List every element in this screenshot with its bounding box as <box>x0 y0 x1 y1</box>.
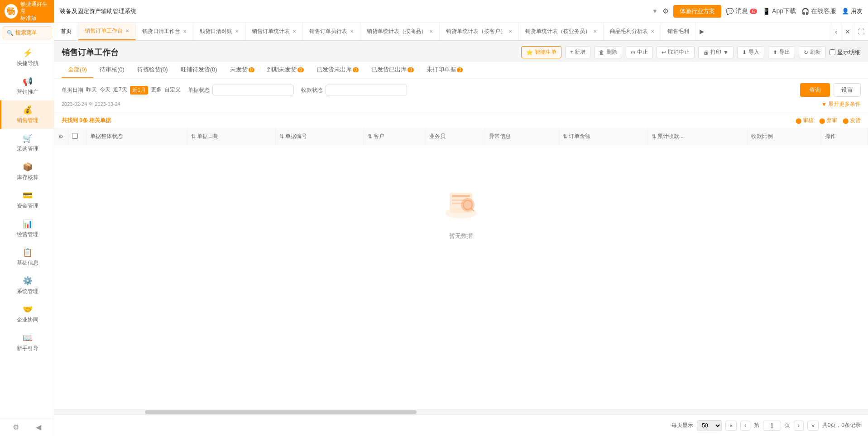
add-button[interactable]: + 新增 <box>565 46 590 58</box>
tab-more-button[interactable]: ▶ <box>696 23 708 40</box>
tab-home[interactable]: 首页 <box>54 23 78 40</box>
delete-button[interactable]: 🗑 删除 <box>594 46 622 58</box>
th-collected[interactable]: ⇅ 累计收款... <box>647 128 748 145</box>
tab-goods-margin[interactable]: 商品毛利分析表 ✕ <box>604 23 661 40</box>
subtab-overdue-unshipped[interactable]: 到期未发货0 <box>261 62 310 78</box>
tab-close-sales-stats[interactable]: ✕ <box>293 29 296 34</box>
subtab-shipped-not-out[interactable]: 已发货未出库0 <box>310 62 365 78</box>
collapse-sidebar-button[interactable]: ◀ <box>36 423 41 431</box>
tab-close-cash-reconcile[interactable]: ✕ <box>235 29 239 34</box>
tab-close-sales-by-product[interactable]: ✕ <box>429 29 433 34</box>
filter-settings-button[interactable]: 设置 <box>834 83 861 97</box>
first-page-button[interactable]: « <box>725 421 737 431</box>
online-service-button[interactable]: 🎧 在线客服 <box>801 7 836 15</box>
tab-close-sales-workbench[interactable]: ✕ <box>125 28 129 33</box>
unprinted-badge: 0 <box>457 67 463 72</box>
tab-sales-by-product[interactable]: 销货单统计表（按商品） ✕ <box>360 23 440 40</box>
sidebar-item-business[interactable]: 📊 经营管理 <box>0 214 54 243</box>
tab-sales-exec[interactable]: 销售订单执行表 ✕ <box>303 23 360 40</box>
date-link-yesterday[interactable]: 昨天 <box>86 86 97 95</box>
sidebar-item-purchase[interactable]: 🛒 采购管理 <box>0 129 54 157</box>
sidebar-item-inventory[interactable]: 📦 库存核算 <box>0 157 54 186</box>
tab-sales-workbench[interactable]: 销售订单工作台 ✕ <box>78 23 136 40</box>
tab-ctrl-prev[interactable]: ‹ <box>831 23 841 40</box>
th-number[interactable]: ⇅ 单据编号 <box>275 128 364 145</box>
topbar-settings-icon[interactable]: ⚙ <box>662 7 669 15</box>
sidebar-item-marketing[interactable]: 📢 营销推广 <box>0 72 54 100</box>
payment-filter: 收款状态 <box>301 85 407 95</box>
topbar-chevron-icon[interactable]: ▼ <box>652 8 658 14</box>
tab-close-all-button[interactable]: ✕ <box>841 23 854 40</box>
show-detail-checkbox[interactable]: 显示明细 <box>830 48 861 57</box>
tab-close-cash-daily[interactable]: ✕ <box>183 29 187 34</box>
sidebar-item-cooperation[interactable]: 🤝 企业协同 <box>0 300 54 328</box>
smart-create-button[interactable]: ⭐ 智能生单 <box>521 46 561 58</box>
subtab-shipped-out[interactable]: 已发货已出库0 <box>365 62 420 78</box>
settings-bottom-icon[interactable]: ⚙ <box>13 423 19 431</box>
th-date[interactable]: ⇅ 单据日期 <box>187 128 275 145</box>
sidebar-item-system[interactable]: ⚙️ 系统管理 <box>0 271 54 300</box>
page-number-input[interactable] <box>763 421 781 431</box>
export-button[interactable]: ⬆ 导出 <box>768 46 795 58</box>
sidebar-item-guide[interactable]: 📖 新手引导 <box>0 328 54 357</box>
sidebar-item-sales[interactable]: 💰 销售管理 <box>0 100 54 129</box>
date-link-today[interactable]: 今天 <box>100 86 110 95</box>
batch-uncheck-button[interactable]: ⬤ 弃审 <box>819 117 837 124</box>
tab-close-sales-by-customer[interactable]: ✕ <box>508 29 512 34</box>
date-link-more[interactable]: 更多 <box>151 86 162 95</box>
subtab-unshipped[interactable]: 未发货0 <box>224 62 261 78</box>
next-page-button[interactable]: › <box>794 421 804 431</box>
batch-review-button[interactable]: ⬤ 审核 <box>796 117 814 124</box>
tab-cash-reconcile[interactable]: 钱货日清对账 ✕ <box>193 23 245 40</box>
subtab-all[interactable]: 全部(0) <box>62 62 93 78</box>
column-settings-icon[interactable]: ⚙ <box>58 133 63 140</box>
tab-sales-by-customer[interactable]: 销货单统计表（按客户） ✕ <box>440 23 519 40</box>
app-download-button[interactable]: 📱 App下载 <box>762 7 796 15</box>
scroll-thumb[interactable] <box>145 410 417 414</box>
th-checkbox[interactable] <box>68 128 86 145</box>
tab-close-sales-exec[interactable]: ✕ <box>350 29 354 34</box>
sidebar-item-finance[interactable]: 💳 资金管理 <box>0 186 54 214</box>
tab-sales-by-staff[interactable]: 销货单统计表（按业务员） ✕ <box>519 23 604 40</box>
tab-maximize-button[interactable]: ⛶ <box>854 23 868 40</box>
cancel-stop-button[interactable]: ↩ 取消中止 <box>657 46 695 58</box>
status-select[interactable] <box>212 85 294 95</box>
stop-icon: ⊙ <box>631 49 635 56</box>
th-settings[interactable]: ⚙ <box>54 128 68 145</box>
sidebar-item-base-info[interactable]: 📋 基础信息 <box>0 243 54 271</box>
trial-button[interactable]: 体验行业方案 <box>673 5 721 18</box>
tab-close-sales-by-staff[interactable]: ✕ <box>593 29 597 34</box>
date-link-7days[interactable]: 近7天 <box>113 86 127 95</box>
user-menu-button[interactable]: 👤 用友 <box>842 7 863 15</box>
th-customer[interactable]: ⇅ 客户 <box>364 128 425 145</box>
page-size-select[interactable]: 50 10 20 100 <box>697 420 722 431</box>
sidebar-item-quick-nav[interactable]: ⚡ 快捷导航 <box>0 43 54 72</box>
refresh-button[interactable]: ↻ 刷新 <box>799 46 826 58</box>
tab-close-goods-margin[interactable]: ✕ <box>651 29 654 34</box>
import-button[interactable]: ⬇ 导入 <box>737 46 764 58</box>
prev-page-button[interactable]: ‹ <box>740 421 750 431</box>
shipped-not-out-badge: 0 <box>353 67 359 72</box>
query-button[interactable]: 查询 <box>800 83 830 97</box>
expand-filter-button[interactable]: ▼ 展开更多条件 <box>821 100 861 108</box>
last-page-button[interactable]: » <box>807 421 819 431</box>
date-link-1month[interactable]: 近1月 <box>130 86 149 95</box>
payment-select[interactable] <box>326 85 407 95</box>
th-amount[interactable]: ⇅ 订单金额 <box>559 128 647 145</box>
subtab-wangpu[interactable]: 旺铺待发货(0) <box>174 62 224 78</box>
print-button[interactable]: 🖨 打印 ▼ <box>698 46 734 58</box>
date-link-custom[interactable]: 自定义 <box>164 86 181 95</box>
search-menu-button[interactable]: 🔍 搜索菜单 <box>3 26 51 39</box>
tab-sales-stats[interactable]: 销售订单统计表 ✕ <box>245 23 303 40</box>
tab-sales-profit[interactable]: 销售毛利 <box>661 23 696 40</box>
subtab-unprinted[interactable]: 未打印单据0 <box>420 62 470 78</box>
message-button[interactable]: 💬 消息 6 <box>726 7 757 15</box>
subtab-pending-review[interactable]: 待审核(0) <box>93 62 131 78</box>
horizontal-scrollbar[interactable] <box>54 409 868 414</box>
batch-ship-button[interactable]: ⬤ 发货 <box>843 117 861 124</box>
stop-button[interactable]: ⊙ 中止 <box>626 46 653 58</box>
message-label: 消息 <box>735 7 748 15</box>
select-all-checkbox[interactable] <box>72 133 78 139</box>
subtab-pending-inspect[interactable]: 待拣验货(0) <box>131 62 174 78</box>
tab-cash-daily[interactable]: 钱货日清工作台 ✕ <box>136 23 193 40</box>
